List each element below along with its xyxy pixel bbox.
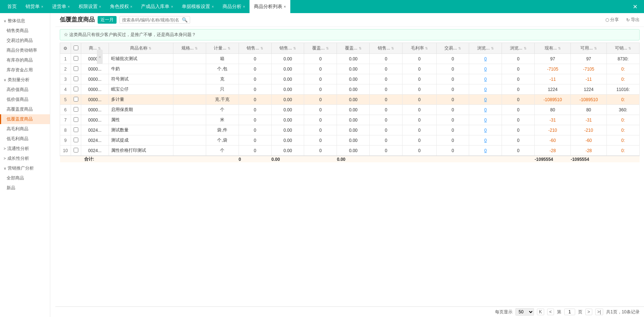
row-browse1[interactable]: 0 (469, 125, 502, 135)
th-transaction[interactable]: 交易... ⇅ (436, 43, 469, 54)
sidebar-item-high-coverage[interactable]: 高覆盖度商品 (0, 104, 50, 114)
th-gross-margin[interactable]: 毛利率 ⇅ (402, 43, 436, 54)
search-icon[interactable]: 🔍 (182, 17, 188, 23)
sidebar-item-stock-goods[interactable]: 有库存的商品 (0, 55, 50, 65)
close-icon[interactable]: × (284, 5, 286, 9)
close-icon[interactable]: × (41, 5, 43, 9)
share-button[interactable]: ⬡ 分享 (605, 17, 619, 23)
row-browse1[interactable]: 0 (469, 105, 502, 115)
th-available-stock[interactable]: 可用... ⇅ (571, 43, 607, 54)
th-spec[interactable]: 规格... ⇅ (173, 43, 206, 54)
row-browse1[interactable]: 0 (469, 64, 502, 74)
row-name[interactable]: 测试提成 (109, 135, 173, 146)
next-page-button[interactable]: > (585, 309, 592, 315)
th-settings[interactable]: ⚙ (60, 43, 71, 54)
row-name[interactable]: 牛奶 (109, 64, 173, 74)
nav-item-analysis[interactable]: 商品分析 × (218, 0, 250, 13)
sidebar-item-low-value[interactable]: 低价值商品 (0, 95, 50, 104)
row-browse1[interactable]: 0 (469, 115, 502, 125)
row-browse1[interactable]: 0 (469, 54, 502, 64)
sidebar-item-new-goods[interactable]: 新品 (0, 183, 50, 193)
th-cover1[interactable]: 覆盖... ⇅ (304, 43, 337, 54)
sidebar-item-sales-goods[interactable]: 销售类商品 (0, 26, 50, 36)
row-checkbox[interactable] (71, 64, 81, 74)
row-browse1[interactable]: 0 (469, 84, 502, 95)
period-button[interactable]: 近一月 (98, 16, 117, 24)
row-select-checkbox[interactable] (74, 117, 78, 122)
row-select-checkbox[interactable] (74, 97, 78, 102)
close-icon[interactable]: × (212, 5, 214, 9)
first-page-button[interactable]: K (537, 309, 544, 315)
export-button[interactable]: ↻ 导出 (626, 17, 640, 23)
row-browse1[interactable]: 0 (469, 95, 502, 105)
row-checkbox[interactable] (71, 135, 81, 146)
row-select-checkbox[interactable] (74, 138, 78, 142)
row-checkbox[interactable] (71, 115, 81, 125)
sidebar-item-traded-goods[interactable]: 交易过的商品 (0, 36, 50, 45)
close-icon[interactable]: × (130, 5, 133, 9)
th-name[interactable]: 商品名称 ⇅ (109, 43, 173, 54)
close-icon[interactable]: × (243, 5, 245, 9)
th-sales-count[interactable]: 销售... ⇅ (370, 43, 402, 54)
row-checkbox[interactable] (71, 125, 81, 135)
nav-item-production[interactable]: 产成品入库单 × (137, 0, 177, 13)
th-browse2[interactable]: 浏览... ⇅ (502, 43, 535, 54)
row-select-checkbox[interactable] (74, 56, 78, 61)
row-select-checkbox[interactable] (74, 66, 78, 71)
nav-item-roles[interactable]: 角色授权 × (106, 0, 137, 13)
prev-page-button[interactable]: < (547, 309, 554, 315)
row-name[interactable]: 眠宝公仔 (109, 84, 173, 95)
sidebar-section-circulation[interactable]: > 流通性分析 (0, 144, 50, 154)
row-name[interactable]: 启用保质期 (109, 105, 173, 115)
sidebar-section-overview[interactable]: ∨ 整体信息 (0, 16, 50, 26)
row-name[interactable]: 属性价格打印测试 (109, 146, 173, 156)
close-icon[interactable]: × (99, 5, 101, 9)
th-unit[interactable]: 计量... ⇅ (206, 43, 239, 54)
sidebar-item-high-margin[interactable]: 高毛利商品 (0, 124, 50, 134)
row-name[interactable]: 测试数量 (109, 125, 173, 135)
row-select-checkbox[interactable] (74, 87, 78, 91)
th-sellable[interactable]: 可销... ⇅ (606, 43, 639, 54)
sidebar-section-category[interactable]: ∨ 类别量分析 (0, 75, 50, 85)
select-all-checkbox[interactable] (74, 45, 78, 50)
row-select-checkbox[interactable] (74, 127, 78, 132)
row-checkbox[interactable] (71, 74, 81, 84)
row-checkbox[interactable] (71, 54, 81, 64)
sidebar-item-sales-rate[interactable]: 商品分类动销率 (0, 45, 50, 55)
nav-item-permissions[interactable]: 权限设置 × (74, 0, 106, 13)
last-page-button[interactable]: >| (595, 309, 603, 315)
row-checkbox[interactable] (71, 95, 81, 105)
row-checkbox[interactable] (71, 105, 81, 115)
th-code[interactable]: 商... ⇅ (81, 43, 109, 54)
sidebar-section-growth[interactable]: > 成长性分析 (0, 154, 50, 163)
th-cover2[interactable]: 覆盖... ⇅ (337, 43, 370, 54)
row-browse1[interactable]: 0 (469, 146, 502, 156)
row-name[interactable]: 属性 (109, 115, 173, 125)
row-select-checkbox[interactable] (74, 148, 78, 152)
nav-item-purchase[interactable]: 进货单 × (48, 0, 74, 13)
sidebar-item-capital[interactable]: 库存资金占用 (0, 65, 50, 75)
nav-item-home[interactable]: 首页 (3, 0, 21, 13)
page-size-select[interactable]: 50 20 100 (515, 308, 534, 316)
row-name[interactable]: 旺辅批次测试 (109, 54, 173, 64)
search-input[interactable] (122, 17, 180, 23)
row-checkbox[interactable] (71, 84, 81, 95)
sidebar-item-high-value[interactable]: 高价值商品 (0, 85, 50, 95)
th-browse1[interactable]: 浏览... ⇅ (469, 43, 502, 54)
nav-item-sales[interactable]: 销货单 × (21, 0, 48, 13)
th-current-stock[interactable]: 现有... ⇅ (535, 43, 571, 54)
sidebar-collapse-button[interactable]: « (97, 49, 103, 64)
row-browse1[interactable]: 0 (469, 74, 502, 84)
row-browse1[interactable]: 0 (469, 135, 502, 146)
th-sales-qty[interactable]: 销售... ⇅ (239, 43, 271, 54)
nav-item-templates[interactable]: 单据模板设置 × (177, 0, 218, 13)
close-icon[interactable]: × (171, 5, 173, 9)
sidebar-item-low-coverage[interactable]: 低覆盖度商品 (0, 114, 50, 124)
row-checkbox[interactable] (71, 146, 81, 156)
data-table-container[interactable]: ⚙ 商... ⇅ 商品名称 ⇅ 规格... ⇅ 计量... ⇅ 销售... ⇅ … (60, 43, 640, 306)
nav-item-analysis-list[interactable]: 商品分析列表 × (250, 0, 290, 13)
sidebar-item-all-goods[interactable]: 全部商品 (0, 173, 50, 183)
close-icon[interactable]: × (68, 5, 70, 9)
window-close-button[interactable]: ✕ (629, 3, 641, 10)
row-select-checkbox[interactable] (74, 76, 78, 81)
